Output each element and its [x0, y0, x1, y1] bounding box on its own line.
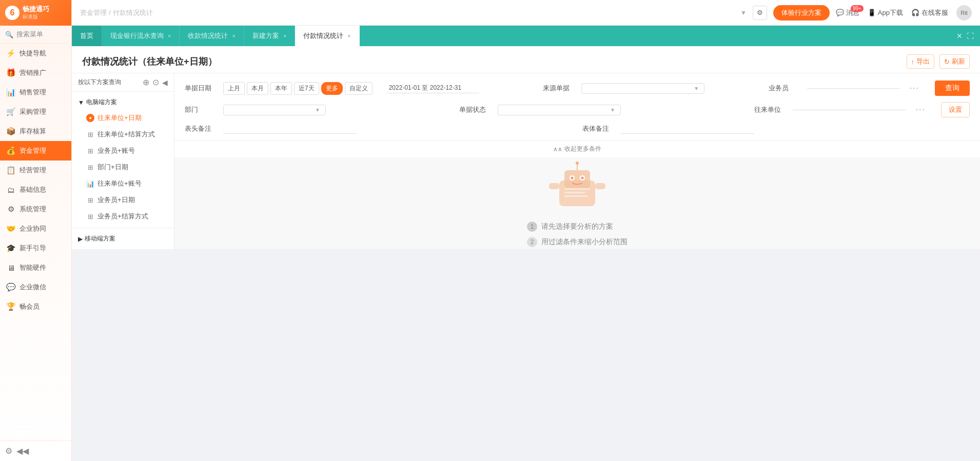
date-btn-more[interactable]: 更多 [321, 82, 343, 95]
refresh-btn[interactable]: ↻ 刷新 [939, 54, 970, 69]
tab-payment-stat[interactable]: 付款情况统计 × [295, 26, 359, 46]
tab-cashflow-close[interactable]: × [168, 33, 171, 39]
breadcrumb-dropdown-icon[interactable]: ▼ [740, 9, 747, 16]
svg-rect-10 [564, 188, 590, 190]
scheme-dept-date[interactable]: ⊞ 部门+日期 [72, 159, 174, 175]
member-icon: 🏆 [6, 302, 15, 311]
scheme-label: 部门+日期 [97, 163, 128, 172]
scheme-partner-account[interactable]: 📊 往来单位+账号 [72, 175, 174, 192]
tab-receipt-stat[interactable]: 收款情况统计 × [180, 26, 244, 46]
quick-nav-icon: ⚡ [6, 49, 15, 58]
doc-status-select[interactable]: ▼ [498, 105, 621, 115]
collapse-filter-btn[interactable]: ∧∧ 收起更多条件 [174, 140, 980, 157]
collapse-sidebar-icon[interactable]: ◀◀ [16, 446, 29, 456]
sidebar-item-newguide[interactable]: 🎓 新手引导 [0, 238, 71, 258]
tab-payment-stat-close[interactable]: × [347, 33, 350, 39]
marketing-icon: 🎁 [6, 68, 15, 77]
sidebar-item-sales[interactable]: 📊 销售管理 [0, 83, 71, 102]
sidebar-item-smart[interactable]: 🖥 智能硬件 [0, 258, 71, 277]
scheme-partner-settle[interactable]: ⊞ 往来单位+结算方式 [72, 126, 174, 143]
trial-btn[interactable]: 体验行业方案 [773, 5, 830, 21]
tab-home[interactable]: 首页 [72, 26, 102, 46]
mobile-section-title[interactable]: ▶ 移动端方案 [72, 231, 174, 246]
app-download-btn[interactable]: 📱 App下载 [868, 8, 903, 17]
date-btn-this-month[interactable]: 本月 [247, 82, 268, 95]
sidebar-item-enterprise[interactable]: 🤝 企业协同 [0, 219, 71, 238]
service-label: 在线客服 [922, 8, 948, 17]
inventory-icon: 📦 [6, 127, 15, 136]
service-btn[interactable]: 🎧 在线客服 [911, 8, 948, 17]
user-avatar[interactable]: Rit [956, 5, 972, 21]
page-content: 付款情况统计（往来单位+日期） ↑ 导出 ↻ 刷新 按 [72, 46, 980, 461]
breadcrumb: 资金管理 / 付款情况统计 [80, 8, 734, 17]
scheme-partner-date[interactable]: ● 往来单位+日期 [72, 110, 174, 126]
active-scheme-icon: ● [86, 114, 94, 122]
sidebar-item-capital[interactable]: 💰 资金管理 [0, 141, 71, 161]
sidebar-item-sysmanage[interactable]: ⚙ 系统管理 [0, 199, 71, 219]
header-actions: ↑ 导出 ↻ 刷新 [907, 54, 970, 69]
sysmanage-icon: ⚙ [6, 205, 15, 214]
sidebar-item-quick-nav[interactable]: ⚡ 快捷导航 [0, 44, 71, 63]
sidebar-item-member[interactable]: 🏆 畅会员 [0, 297, 71, 316]
sidebar-item-label: 资金管理 [19, 146, 46, 155]
sidebar-item-label: 系统管理 [19, 205, 46, 214]
filter-panel-area: 按以下方案查询 ⊕ ⊙ ◀ ▼ 电脑端方案 [72, 73, 980, 249]
tab-new-scheme-label: 新建方案 [252, 31, 279, 41]
scheme-label: 往来单位+日期 [97, 113, 142, 123]
header-note-input[interactable] [223, 124, 357, 134]
sidebar-item-operation[interactable]: 📋 经营管理 [0, 161, 71, 180]
date-btn-7days[interactable]: 近7天 [294, 82, 319, 95]
sidebar-item-inventory[interactable]: 📦 库存核算 [0, 122, 71, 141]
tab-receipt-stat-close[interactable]: × [232, 33, 235, 39]
source-select[interactable]: ▼ [581, 83, 704, 94]
tab-cashflow[interactable]: 现金银行流水查询 × [102, 26, 180, 46]
msg-btn[interactable]: 💬 消息 99+ [836, 8, 859, 17]
sidebar-item-purchase[interactable]: 🛒 采购管理 [0, 102, 71, 122]
app-icon: 📱 [868, 9, 876, 16]
tab-receipt-stat-label: 收款情况统计 [188, 31, 228, 41]
tabbar: 首页 现金银行流水查询 × 收款情况统计 × 新建方案 × 付款情况统计 × ✕… [72, 26, 980, 46]
scheme-salesperson-date[interactable]: ⊞ 业务员+日期 [72, 192, 174, 208]
date-btn-custom[interactable]: 自定义 [345, 82, 373, 95]
scheme-table-icon: ⊞ [86, 147, 94, 155]
sidebar-item-weixin[interactable]: 💬 企业微信 [0, 277, 71, 297]
scheme-salesperson-settle[interactable]: ⊞ 业务员+结算方式 [72, 208, 174, 225]
panel-title: 按以下方案查询 [78, 78, 121, 87]
pc-section-label: 电脑端方案 [86, 98, 117, 107]
pc-section-title[interactable]: ▼ 电脑端方案 [72, 95, 174, 110]
setting-btn[interactable]: 设置 [941, 102, 970, 117]
salesperson-label: 业务员 [769, 84, 797, 93]
tab-new-scheme-close[interactable]: × [283, 33, 286, 39]
add-scheme-icon[interactable]: ⊕ [143, 77, 149, 87]
date-range-input[interactable] [387, 84, 479, 93]
sidebar-item-basicinfo[interactable]: 🗂 基础信息 [0, 180, 71, 199]
export-btn[interactable]: ↑ 导出 [907, 54, 935, 69]
tab-close-all-icon[interactable]: ✕ [956, 32, 963, 40]
scheme-salesperson-account[interactable]: ⊞ 业务员+账号 [72, 143, 174, 159]
body-note-input[interactable] [621, 124, 754, 134]
tab-expand-icon[interactable]: ⛶ [967, 32, 974, 40]
search-menu[interactable]: 🔍 搜索菜单 [0, 26, 71, 44]
dept-label: 部门 [185, 105, 213, 114]
collapse-panel-icon[interactable]: ◀ [162, 78, 168, 87]
settings-btn[interactable]: ⚙ [753, 6, 767, 20]
filter-row-memo: 表头备注 表体备注 [185, 124, 970, 140]
salesperson-more[interactable]: ··· [910, 84, 919, 93]
mobile-arrow-icon: ▶ [78, 235, 83, 243]
filter-row-date: 单据日期 上月 本月 本年 近7天 更多 自定义 [185, 81, 970, 96]
partner-more[interactable]: ··· [916, 105, 926, 114]
dept-select[interactable]: ▼ [223, 105, 326, 115]
tabbar-controls: ✕ ⛶ [956, 32, 980, 40]
date-btn-last-month[interactable]: 上月 [223, 82, 245, 95]
page-title: 付款情况统计（往来单位+日期） [82, 55, 217, 68]
tab-new-scheme[interactable]: 新建方案 × [244, 26, 295, 46]
sidebar-item-marketing[interactable]: 🎁 营销推广 [0, 63, 71, 83]
settings-scheme-icon[interactable]: ⊙ [152, 77, 159, 87]
settings-bottom-icon[interactable]: ⚙ [5, 446, 12, 456]
svg-point-4 [571, 176, 574, 179]
app-label: App下载 [878, 8, 903, 17]
query-btn[interactable]: 查询 [935, 81, 970, 96]
partner-label: 往来单位 [754, 105, 782, 114]
date-btn-this-year[interactable]: 本年 [270, 82, 292, 95]
sidebar-item-label: 经营管理 [19, 166, 46, 175]
